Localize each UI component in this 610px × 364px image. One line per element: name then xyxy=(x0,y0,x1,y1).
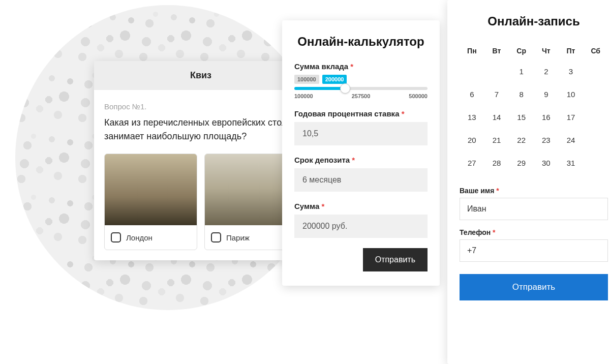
quiz-options: Лондон Париж xyxy=(104,154,297,250)
quiz-card: Квиз Вопрос №1. Какая из перечисленных е… xyxy=(94,61,308,260)
weekday-header: Сб xyxy=(583,42,608,60)
calendar-day[interactable]: 10 xyxy=(559,83,584,106)
calendar-day[interactable]: 20 xyxy=(460,129,484,151)
weekday-header: Чт xyxy=(534,42,559,60)
deposit-slider[interactable] xyxy=(294,87,428,90)
calendar-day[interactable]: 17 xyxy=(559,106,584,129)
calendar-day[interactable]: 13 xyxy=(460,106,484,129)
weekday-header: Вт xyxy=(484,42,509,60)
scale-left: 100000 xyxy=(294,93,313,99)
name-input[interactable] xyxy=(460,198,608,220)
rate-input[interactable]: 10,5 xyxy=(294,122,428,145)
quiz-title: Квиз xyxy=(94,61,308,90)
option-label: Лондон xyxy=(126,233,152,242)
quiz-option-london[interactable]: Лондон xyxy=(104,154,197,250)
calendar-day[interactable]: 28 xyxy=(484,151,509,174)
rate-label: Годовая процентная ставка * xyxy=(294,109,428,118)
calendar-day[interactable]: 8 xyxy=(509,83,534,106)
deposit-label: Сумма вклада * xyxy=(294,62,428,71)
weekday-header: Пт xyxy=(559,42,584,60)
calendar: Пн Вт Ср Чт Пт Сб 1 2 3 6 7 8 9 10 13 14… xyxy=(460,42,608,174)
weekday-header: Ср xyxy=(509,42,534,60)
weekday-header: Пн xyxy=(460,42,484,60)
calendar-day[interactable]: 15 xyxy=(509,106,534,129)
scale-mid: 257500 xyxy=(352,93,371,99)
slider-min-tag: 100000 xyxy=(294,75,319,84)
booking-submit-button[interactable]: Отправить xyxy=(460,274,608,300)
phone-label: Телефон * xyxy=(460,228,608,236)
checkbox-icon xyxy=(211,232,221,242)
calendar-day[interactable]: 7 xyxy=(484,83,509,106)
option-label: Париж xyxy=(226,233,250,242)
calendar-day[interactable]: 24 xyxy=(559,129,584,151)
calendar-day[interactable]: 23 xyxy=(534,129,559,151)
booking-card: Онлайн-запись Пн Вт Ср Чт Пт Сб 1 2 3 6 … xyxy=(447,0,610,364)
term-label: Срок депозита * xyxy=(294,156,428,164)
calendar-day[interactable]: 6 xyxy=(460,83,484,106)
calendar-day[interactable]: 1 xyxy=(509,60,534,83)
calendar-day[interactable]: 31 xyxy=(559,151,584,174)
phone-input[interactable] xyxy=(460,239,608,262)
question-number: Вопрос №1. xyxy=(104,102,297,111)
term-input[interactable]: 6 месяцев xyxy=(294,168,428,192)
calendar-day[interactable]: 2 xyxy=(534,60,559,83)
name-label: Ваше имя * xyxy=(460,187,608,195)
scale-right: 500000 xyxy=(409,93,428,99)
calculator-submit-button[interactable]: Отправить xyxy=(363,248,428,271)
calendar-day[interactable]: 27 xyxy=(460,151,484,174)
slider-thumb[interactable] xyxy=(340,83,350,94)
calendar-day[interactable]: 29 xyxy=(509,151,534,174)
calendar-day[interactable]: 3 xyxy=(559,60,584,83)
calendar-day[interactable]: 9 xyxy=(534,83,559,106)
calendar-day[interactable]: 16 xyxy=(534,106,559,129)
calculator-title: Онлайн-калькулятор xyxy=(294,35,428,49)
calendar-day[interactable]: 14 xyxy=(484,106,509,129)
calendar-day[interactable]: 30 xyxy=(534,151,559,174)
question-text: Какая из перечисленных европейских столи… xyxy=(104,116,297,143)
calendar-day[interactable]: 21 xyxy=(484,129,509,151)
option-image xyxy=(105,154,197,225)
checkbox-icon xyxy=(111,232,121,242)
slider-value-tag: 200000 xyxy=(322,75,347,84)
calculator-card: Онлайн-калькулятор Сумма вклада * 100000… xyxy=(282,20,440,286)
sum-input[interactable]: 200000 руб. xyxy=(294,215,428,238)
calendar-day[interactable]: 22 xyxy=(509,129,534,151)
booking-title: Онлайн-запись xyxy=(460,14,608,28)
sum-label: Сумма * xyxy=(294,202,428,210)
